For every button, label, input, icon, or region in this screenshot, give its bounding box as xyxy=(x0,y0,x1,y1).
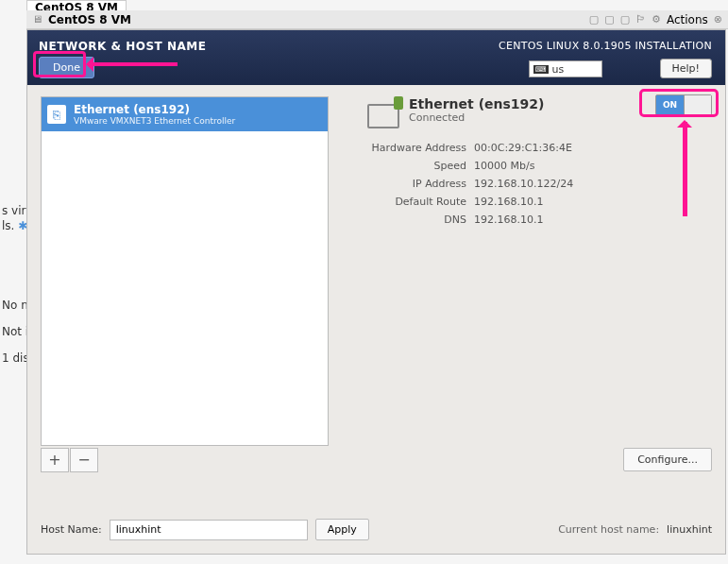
vm-title: CentOS 8 VM xyxy=(48,13,131,26)
interface-detail: Ethernet (ens192) Connected Hardware Add… xyxy=(367,96,712,226)
monitor-icon: 🖥 xyxy=(32,13,42,26)
route-label: Default Route xyxy=(367,196,466,208)
hostname-row: Host Name: Apply Current host name: linu… xyxy=(41,519,712,540)
flag-icon: 🏳 xyxy=(635,13,646,26)
detail-status: Connected xyxy=(409,111,544,124)
toggle-knob xyxy=(684,95,711,114)
interface-buttons: + − xyxy=(41,448,329,472)
interface-item-selected[interactable]: ⎘ Ethernet (ens192) VMware VMXNET3 Ether… xyxy=(42,97,328,131)
window-control-icon[interactable]: ▢ xyxy=(604,13,614,26)
installer-window: NETWORK & HOST NAME CENTOS LINUX 8.0.190… xyxy=(26,29,726,555)
installer-header: NETWORK & HOST NAME CENTOS LINUX 8.0.190… xyxy=(27,30,725,85)
bg-text: 1 dis xyxy=(0,351,29,365)
network-card-icon xyxy=(367,96,401,127)
route-value: 192.168.10.1 xyxy=(474,196,712,208)
bg-text: Not i xyxy=(0,325,28,338)
window-control-icon[interactable]: ▢ xyxy=(589,13,599,26)
hostname-input[interactable] xyxy=(110,520,308,540)
gear-icon[interactable]: ⚙ xyxy=(652,13,661,26)
current-hostname-label: Current host name: xyxy=(558,523,659,536)
dns-label: DNS xyxy=(367,214,466,226)
actions-menu[interactable]: Actions xyxy=(667,13,708,26)
detail-name: Ethernet (ens192) xyxy=(409,96,544,111)
kb-label: us xyxy=(552,63,565,76)
speed-label: Speed xyxy=(367,160,466,172)
done-button[interactable]: Done xyxy=(39,57,94,78)
hwaddr-value: 00:0C:29:C1:36:4E xyxy=(474,142,712,154)
interface-name: Ethernet (ens192) xyxy=(74,103,235,116)
detail-grid: Hardware Address 00:0C:29:C1:36:4E Speed… xyxy=(367,142,712,226)
dns-value: 192.168.10.1 xyxy=(474,214,712,226)
speed-value: 10000 Mb/s xyxy=(474,160,712,172)
page-title: NETWORK & HOST NAME xyxy=(39,40,206,53)
vm-titlebar: 🖥 CentOS 8 VM ▢ ▢ ▢ 🏳 ⚙ Actions ⊗ xyxy=(26,10,728,29)
current-hostname-value: linuxhint xyxy=(667,523,712,536)
hostname-label: Host Name: xyxy=(41,523,102,536)
content-area: ⎘ Ethernet (ens192) VMware VMXNET3 Ether… xyxy=(27,85,725,554)
interface-list[interactable]: ⎘ Ethernet (ens192) VMware VMXNET3 Ether… xyxy=(41,96,329,446)
bg-text: No n xyxy=(0,299,28,312)
keyboard-layout[interactable]: ⌨ us xyxy=(529,60,602,77)
product-title: CENTOS LINUX 8.0.1905 INSTALLATION xyxy=(499,40,712,52)
ethernet-icon: ⎘ xyxy=(47,105,66,124)
ip-value: 192.168.10.122/24 xyxy=(474,178,712,190)
chevron-icon[interactable]: ⊗ xyxy=(714,13,722,26)
toggle-on-label: ON xyxy=(656,95,684,114)
keyboard-icon: ⌨ xyxy=(533,65,549,74)
hwaddr-label: Hardware Address xyxy=(367,142,466,154)
add-interface-button[interactable]: + xyxy=(41,448,69,472)
help-button[interactable]: Help! xyxy=(660,59,713,78)
configure-button[interactable]: Configure... xyxy=(623,448,712,471)
connection-toggle-area: ON xyxy=(655,94,712,115)
connection-toggle[interactable]: ON xyxy=(655,94,712,115)
window-control-icon[interactable]: ▢ xyxy=(620,13,630,26)
ip-label: IP Address xyxy=(367,178,466,190)
bg-text: ls. ✱ xyxy=(0,219,27,232)
interface-subtitle: VMware VMXNET3 Ethernet Controller xyxy=(74,116,235,126)
remove-interface-button[interactable]: − xyxy=(70,448,98,472)
apply-button[interactable]: Apply xyxy=(315,519,369,540)
annotation-arrow xyxy=(88,62,178,68)
